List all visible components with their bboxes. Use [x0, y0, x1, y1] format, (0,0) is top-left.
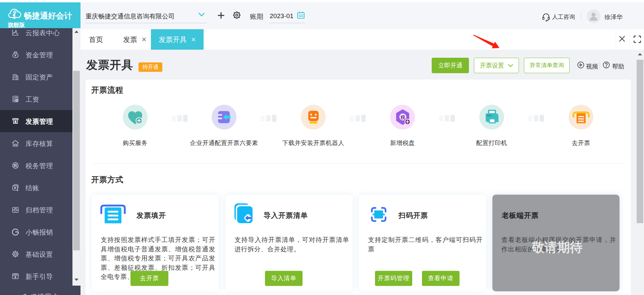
- svg-text:税: 税: [13, 163, 17, 167]
- svg-text:税: 税: [400, 114, 406, 120]
